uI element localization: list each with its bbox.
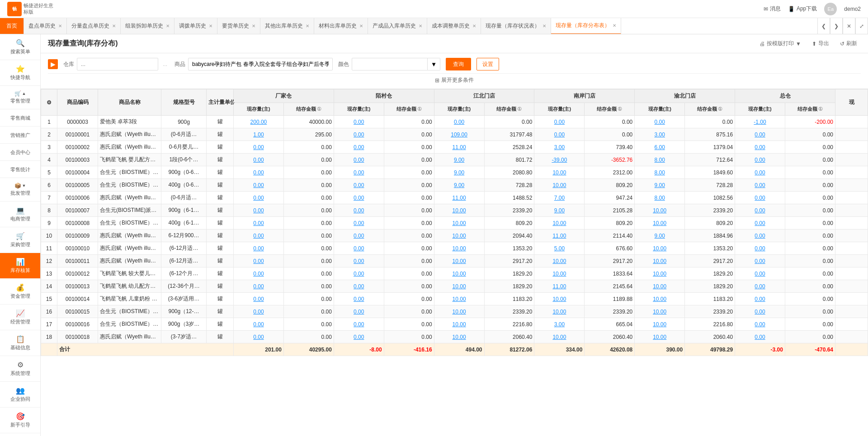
tab-close-chanpin[interactable]: ✕ bbox=[419, 23, 422, 28]
table-area[interactable]: ⚙ 商品编码 商品名称 规格型号 主计量单位 厂家仓 陌村仓 江北门店 南岸门店… bbox=[41, 89, 868, 436]
sidebar-item-operations[interactable]: 📈 经营管理 bbox=[0, 305, 40, 330]
sidebar-item-basic[interactable]: 📋 基础信息 bbox=[0, 330, 40, 356]
tab-expand-btn[interactable]: ⤢ bbox=[855, 18, 868, 34]
row-jiangbei-qty[interactable]: 109.00 bbox=[434, 128, 484, 141]
row-mocun-qty[interactable]: 0.00 bbox=[334, 141, 384, 154]
info-icon-4[interactable]: ① bbox=[618, 106, 622, 112]
row-factory-qty[interactable]: 0.00 bbox=[234, 154, 284, 166]
info-icon-3[interactable]: ① bbox=[517, 106, 522, 112]
row-total-qty[interactable]: 0.00 bbox=[735, 331, 785, 343]
row-total-qty[interactable]: 0.00 bbox=[735, 128, 785, 141]
row-jiangbei-qty[interactable]: 9.00 bbox=[434, 154, 484, 166]
row-total-qty[interactable]: 0.00 bbox=[735, 192, 785, 204]
row-yubei-qty[interactable]: 10.00 bbox=[635, 255, 685, 267]
row-yubei-qty[interactable]: 10.00 bbox=[635, 331, 685, 343]
tab-pandian[interactable]: 盘点单历史 ✕ bbox=[24, 18, 67, 34]
row-factory-qty[interactable]: 0.00 bbox=[234, 255, 284, 267]
row-factory-qty[interactable]: 0.00 bbox=[234, 192, 284, 204]
sidebar-item-mall[interactable]: 零售商城 bbox=[0, 109, 40, 127]
row-total-qty[interactable]: 0.00 bbox=[735, 204, 785, 217]
row-factory-qty[interactable]: 0.00 bbox=[234, 305, 284, 318]
tab-home[interactable]: 首页 bbox=[0, 18, 24, 34]
row-jiangbei-qty[interactable]: 10.00 bbox=[434, 280, 484, 293]
row-jiangbei-qty[interactable]: 9.00 bbox=[434, 166, 484, 179]
row-mocun-qty[interactable]: 0.00 bbox=[334, 154, 384, 166]
row-total-qty[interactable]: 0.00 bbox=[735, 179, 785, 192]
row-jiangbei-qty[interactable]: 10.00 bbox=[434, 242, 484, 255]
row-factory-qty[interactable]: 0.00 bbox=[234, 217, 284, 230]
sidebar-item-apps[interactable]: 🔲 应用中心 bbox=[0, 433, 40, 436]
tab-kucun-status[interactable]: 现存量（库存状况表） ✕ bbox=[481, 18, 551, 34]
row-yubei-qty[interactable]: 10.00 bbox=[635, 242, 685, 255]
row-nanan-qty[interactable]: -39.00 bbox=[534, 154, 585, 166]
row-mocun-qty[interactable]: 0.00 bbox=[334, 280, 384, 293]
row-mocun-qty[interactable]: 0.00 bbox=[334, 179, 384, 192]
sidebar-item-ecommerce[interactable]: 💻 电商管理 bbox=[0, 202, 40, 227]
row-nanan-qty[interactable]: 10.00 bbox=[534, 331, 585, 343]
info-icon-6[interactable]: ① bbox=[818, 106, 823, 112]
row-nanan-qty[interactable]: 11.00 bbox=[534, 280, 585, 293]
sidebar-item-member[interactable]: 会员中心 bbox=[0, 144, 40, 161]
tab-chengben[interactable]: 成本调整单历史 ✕ bbox=[427, 18, 481, 34]
tab-fenliang[interactable]: 分量盘点单历史 ✕ bbox=[67, 18, 121, 34]
row-mocun-qty[interactable]: 0.00 bbox=[334, 192, 384, 204]
row-total-qty[interactable]: -1.00 bbox=[735, 116, 785, 128]
refresh-btn[interactable]: ↺ 刷新 bbox=[836, 38, 861, 49]
sidebar-item-retail[interactable]: 🛒 ▲ 零售管理 bbox=[0, 86, 40, 109]
sidebar-item-finance[interactable]: 💰 资金管理 bbox=[0, 279, 40, 305]
row-nanan-qty[interactable]: 10.00 bbox=[534, 305, 585, 318]
row-nanan-qty[interactable]: 0.00 bbox=[534, 116, 585, 128]
row-nanan-qty[interactable]: 0.00 bbox=[534, 128, 585, 141]
row-yubei-qty[interactable]: 10.00 bbox=[635, 293, 685, 305]
info-icon-1[interactable]: ① bbox=[317, 106, 321, 112]
row-total-qty[interactable]: 0.00 bbox=[735, 230, 785, 242]
row-jiangbei-qty[interactable]: 10.00 bbox=[434, 255, 484, 267]
row-jiangbei-qty[interactable]: 10.00 bbox=[434, 204, 484, 217]
row-factory-qty[interactable]: 0.00 bbox=[234, 318, 284, 331]
row-factory-qty[interactable]: 0.00 bbox=[234, 293, 284, 305]
app-download-btn[interactable]: 📱 App下载 bbox=[788, 5, 817, 13]
tab-diaobo[interactable]: 调拨单历史 ✕ bbox=[175, 18, 217, 34]
row-total-qty[interactable]: 0.00 bbox=[735, 280, 785, 293]
row-yubei-qty[interactable]: 9.00 bbox=[635, 179, 685, 192]
tab-next-btn[interactable]: ❯ bbox=[830, 18, 843, 34]
tab-yaohuo[interactable]: 要货单历史 ✕ bbox=[217, 18, 260, 34]
row-factory-qty[interactable]: 0.00 bbox=[234, 230, 284, 242]
row-total-qty[interactable]: 0.00 bbox=[735, 166, 785, 179]
goods-input[interactable] bbox=[188, 58, 333, 70]
settings-btn[interactable]: 设置 bbox=[476, 58, 499, 70]
query-btn[interactable]: 查询 bbox=[446, 58, 471, 70]
tab-close-fenliang[interactable]: ✕ bbox=[112, 23, 116, 28]
tab-close-all-btn[interactable]: ✕ bbox=[843, 18, 855, 34]
row-factory-qty[interactable]: 1.00 bbox=[234, 128, 284, 141]
row-jiangbei-qty[interactable]: 11.00 bbox=[434, 141, 484, 154]
row-yubei-qty[interactable]: 8.00 bbox=[635, 192, 685, 204]
sidebar-item-guide[interactable]: 🎯 新手引导 bbox=[0, 408, 40, 433]
info-icon-5[interactable]: ① bbox=[718, 106, 722, 112]
row-nanan-qty[interactable]: 10.00 bbox=[534, 179, 585, 192]
row-factory-qty[interactable]: 0.00 bbox=[234, 242, 284, 255]
row-mocun-qty[interactable]: 0.00 bbox=[334, 217, 384, 230]
row-total-qty[interactable]: 0.00 bbox=[735, 154, 785, 166]
row-yubei-qty[interactable]: 9.00 bbox=[635, 230, 685, 242]
row-yubei-qty[interactable]: 0.00 bbox=[635, 116, 685, 128]
row-nanan-qty[interactable]: 10.00 bbox=[534, 166, 585, 179]
row-yubei-qty[interactable]: 10.00 bbox=[635, 280, 685, 293]
row-mocun-qty[interactable]: 0.00 bbox=[334, 116, 384, 128]
row-nanan-qty[interactable]: 10.00 bbox=[534, 217, 585, 230]
sidebar-item-marketing[interactable]: 营销推广 bbox=[0, 127, 40, 144]
row-mocun-qty[interactable]: 0.00 bbox=[334, 255, 384, 267]
row-jiangbei-qty[interactable]: 10.00 bbox=[434, 267, 484, 280]
tab-zuzhuang[interactable]: 组装拆卸单历史 ✕ bbox=[121, 18, 175, 34]
row-factory-qty[interactable]: 0.00 bbox=[234, 331, 284, 343]
message-btn[interactable]: ✉ 消息 bbox=[764, 5, 781, 13]
row-mocun-qty[interactable]: 0.00 bbox=[334, 242, 384, 255]
row-mocun-qty[interactable]: 0.00 bbox=[334, 128, 384, 141]
row-mocun-qty[interactable]: 0.00 bbox=[334, 204, 384, 217]
row-yubei-qty[interactable]: 10.00 bbox=[635, 267, 685, 280]
row-nanan-qty[interactable]: 10.00 bbox=[534, 293, 585, 305]
row-mocun-qty[interactable]: 0.00 bbox=[334, 166, 384, 179]
row-nanan-qty[interactable]: 3.00 bbox=[534, 141, 585, 154]
row-jiangbei-qty[interactable]: 10.00 bbox=[434, 331, 484, 343]
row-yubei-qty[interactable]: 8.00 bbox=[635, 166, 685, 179]
